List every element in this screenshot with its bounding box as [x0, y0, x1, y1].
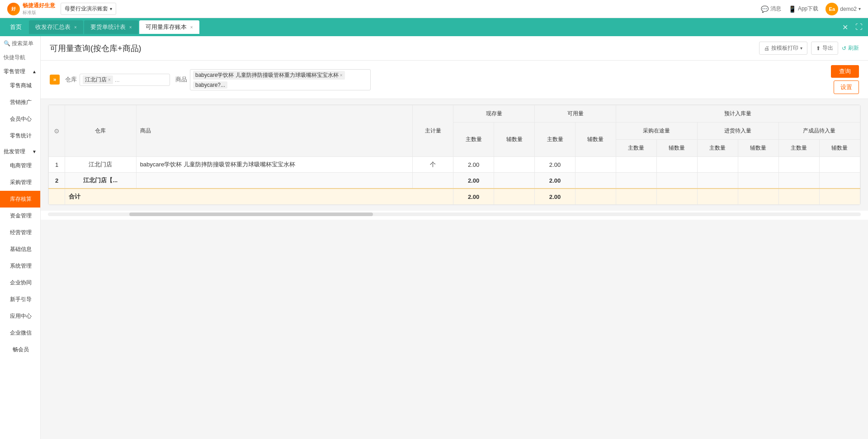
tab-available-stock[interactable]: 可用量库存账本 ×: [139, 20, 199, 34]
summary-current-aux: [494, 189, 535, 205]
sidebar-header-retail[interactable]: 零售管理 ▲: [0, 64, 40, 77]
group-current-main: 2.00: [453, 173, 494, 189]
group-purchase-transit-aux: [656, 173, 697, 189]
sidebar-marketing-label: 营销推广: [10, 99, 32, 105]
scrollbar-thumb[interactable]: [129, 212, 373, 216]
table-container: ⚙ 仓库 商品 主计量 现存量 可用量 预计入库量 主数量 辅数量 主数量 辅数…: [48, 104, 861, 205]
sidebar-item-ecommerce[interactable]: 电商管理: [0, 157, 40, 174]
tab-home[interactable]: 首页: [4, 20, 28, 34]
chevron-up-icon: ▲: [32, 69, 37, 74]
sidebar-item-enterprise-wechat[interactable]: 企业微信: [0, 325, 40, 341]
warehouse-filter-tags[interactable]: 江北门店 × ...: [80, 74, 170, 86]
export-btn[interactable]: ⬆ 导出: [811, 42, 838, 55]
app-download-btn[interactable]: 📱 App下载: [788, 5, 818, 13]
warehouse-more[interactable]: ...: [115, 76, 120, 83]
table-scrollbar-area: [41, 211, 868, 220]
page-title: 可用量查询(按仓库+商品): [50, 43, 142, 54]
sidebar-item-retail-mall[interactable]: 零售商城: [0, 77, 40, 94]
group-unit: [413, 173, 453, 189]
logo-app-name: 畅捷通好生意: [23, 2, 55, 9]
tab-income-expense[interactable]: 收发存汇总表 ×: [29, 20, 83, 34]
close-income-expense-icon[interactable]: ×: [74, 25, 77, 30]
summary-product-pending-main: [778, 189, 819, 205]
th-available-main: 主数量: [535, 123, 576, 157]
group-inbound-pending-main: [697, 173, 738, 189]
expand-filter-btn[interactable]: »: [50, 75, 60, 85]
remove-warehouse-tag-icon[interactable]: ×: [108, 77, 111, 82]
refresh-btn[interactable]: ↺ 刷新: [842, 44, 859, 52]
group-available-main: 2.00: [535, 173, 576, 189]
group-available-aux: [576, 173, 616, 189]
product-tag-1: babycare学饮杯 儿童防摔防撞吸管杯重力球吸嘴杯宝宝水杯 ×: [193, 71, 345, 80]
sidebar-item-member[interactable]: 会员中心: [0, 111, 40, 127]
close-order-stats-icon[interactable]: ×: [129, 25, 132, 30]
product-filter-group: 商品 babycare学饮杯 儿童防摔防撞吸管杯重力球吸嘴杯宝宝水杯 × bab…: [175, 69, 371, 90]
user-menu[interactable]: Ea demo2 ▾: [826, 3, 861, 15]
gear-icon[interactable]: ⚙: [54, 127, 60, 135]
row-warehouse-1: 江北门店: [65, 157, 137, 173]
th-purchase-transit: 采购在途量: [616, 123, 697, 140]
tab-order-stats[interactable]: 要货单统计表 ×: [84, 20, 138, 34]
sidebar-item-purchase[interactable]: 采购管理: [0, 174, 40, 191]
summary-current-main: 2.00: [453, 189, 494, 205]
th-current-aux: 辅数量: [494, 123, 535, 157]
sidebar-header-wholesale[interactable]: 批发管理 ▼: [0, 144, 40, 157]
th-product-pending-aux: 辅数量: [819, 140, 860, 157]
sidebar-item-system[interactable]: 系统管理: [0, 258, 40, 274]
sidebar-item-finance[interactable]: 资金管理: [0, 208, 40, 224]
sidebar-item-basic-info[interactable]: 基础信息: [0, 241, 40, 258]
print-template-btn[interactable]: 🖨 按模板打印 ▾: [759, 42, 807, 55]
settings-button[interactable]: 设置: [834, 80, 859, 94]
th-inbound-pending: 进货待入量: [697, 123, 778, 140]
top-bar-right: 💬 消息 📱 App下载 Ea demo2 ▾: [761, 3, 861, 15]
product-tag-2: babycare?...: [193, 81, 227, 89]
avatar: Ea: [826, 3, 838, 15]
summary-inbound-pending-main: [697, 189, 738, 205]
sidebar-item-ops[interactable]: 经营管理: [0, 224, 40, 241]
industry-selector[interactable]: 母婴行业演示账套 ▾: [61, 3, 116, 15]
product-filter-tags[interactable]: babycare学饮杯 儿童防摔防撞吸管杯重力球吸嘴杯宝宝水杯 × babyca…: [190, 69, 371, 90]
remove-product-tag-1-icon[interactable]: ×: [340, 73, 343, 78]
horizontal-scrollbar[interactable]: [48, 212, 861, 216]
sidebar-item-app-center[interactable]: 应用中心: [0, 308, 40, 325]
row-current-aux-1: [494, 157, 535, 173]
sidebar-quick-nav[interactable]: 快捷导航: [0, 51, 40, 64]
group-current-aux: [494, 173, 535, 189]
summary-available-aux: [576, 189, 616, 205]
row-inbound-pending-main-1: [697, 157, 738, 173]
sidebar-system-label: 系统管理: [10, 263, 32, 269]
sidebar-item-enterprise-collab[interactable]: 企业协同: [0, 274, 40, 291]
filter-area: » 仓库 江北门店 × ... 商品 babycare学饮杯 儿童防摔防撞吸管杯…: [41, 61, 868, 99]
chevron-down-icon: ▾: [859, 6, 861, 11]
summary-purchase-transit-main: [616, 189, 656, 205]
sidebar-item-new-guide[interactable]: 新手引导: [0, 291, 40, 308]
close-all-tabs-icon[interactable]: ✕: [840, 21, 850, 33]
summary-available-main: 2.00: [535, 189, 576, 205]
group-warehouse: 江北门店【...: [65, 173, 137, 189]
close-available-stock-icon[interactable]: ×: [190, 25, 193, 30]
th-product: 商品: [136, 105, 412, 157]
expand-tabs-icon[interactable]: ⛶: [854, 21, 864, 33]
summary-empty-gear: [49, 189, 65, 205]
product-filter-label: 商品: [175, 76, 187, 84]
sidebar-item-inventory[interactable]: 库存核算: [0, 191, 40, 208]
sidebar-search-label: 搜索菜单: [12, 40, 33, 47]
chevron-down-icon: ▾: [110, 6, 112, 11]
username-label: demo2: [840, 6, 857, 12]
nav-actions: ✕ ⛶: [840, 21, 864, 33]
th-product-pending: 产成品待入量: [778, 123, 860, 140]
message-icon: 💬: [761, 5, 769, 13]
sidebar-search[interactable]: 🔍 搜索菜单: [0, 36, 40, 51]
tab-home-label: 首页: [10, 23, 22, 31]
sidebar-item-retail-stats[interactable]: 零售统计: [0, 127, 40, 144]
sidebar-item-marketing[interactable]: 营销推广: [0, 94, 40, 111]
sidebar-member-label: 会员中心: [10, 116, 32, 122]
query-button[interactable]: 查询: [831, 65, 859, 78]
message-label: 消息: [770, 5, 781, 13]
message-btn[interactable]: 💬 消息: [761, 5, 781, 13]
th-available: 可用量: [535, 105, 616, 123]
sidebar-basic-info-label: 基础信息: [10, 246, 32, 252]
row-product-1: babycare学饮杯 儿童防摔防撞吸管杯重力球吸嘴杯宝宝水杯: [136, 157, 412, 173]
sidebar-item-member-vip[interactable]: 畅会员: [0, 341, 40, 358]
chevron-down-icon3: ▾: [800, 46, 802, 51]
